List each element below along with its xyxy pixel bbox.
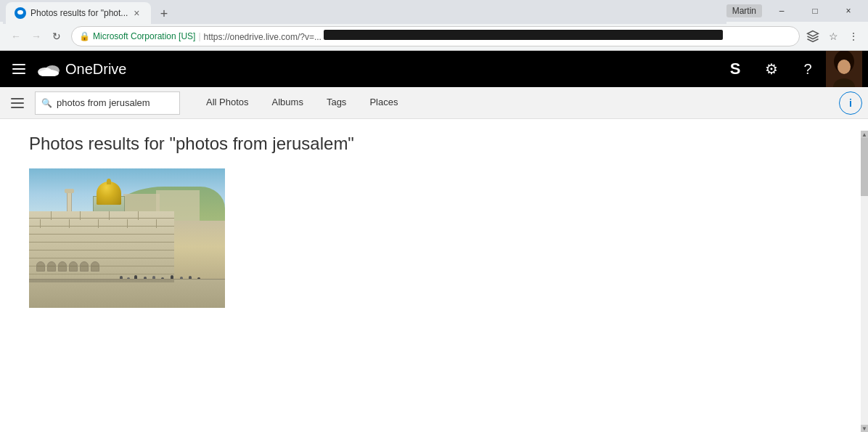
settings-btn[interactable]: ⚙	[753, 51, 790, 87]
tab-all-photos[interactable]: All Photos	[195, 87, 261, 119]
jerusalem-image	[29, 168, 225, 308]
address-bar: ← → ↻ 🔒 Microsoft Corporation [US] | htt…	[0, 22, 868, 51]
tab-albums[interactable]: Albums	[261, 87, 315, 119]
menu-icon[interactable]: ⋮	[845, 28, 862, 45]
address-divider: |	[198, 31, 200, 41]
bookmark-icon[interactable]: ☆	[824, 28, 842, 45]
scrollbar[interactable]: ▲ ▼	[861, 131, 868, 432]
cert-label: Microsoft Corporation [US]	[93, 31, 195, 41]
search-value: photos from jerusalem	[57, 97, 150, 108]
photo-grid	[29, 168, 839, 308]
onedrive-header: OneDrive S ⚙ ?	[0, 51, 868, 87]
results-title: Photos results for "photos from jerusale…	[29, 134, 839, 154]
tab-close-btn[interactable]: ×	[134, 7, 139, 19]
maximize-btn[interactable]: □	[798, 0, 832, 22]
tab-title: Photos results for "phot...	[30, 8, 128, 18]
avatar-image	[826, 51, 862, 87]
scrollbar-thumb[interactable]	[861, 138, 868, 196]
settings-icon: ⚙	[765, 60, 778, 78]
help-icon: ?	[803, 61, 811, 78]
svg-point-8	[838, 60, 851, 74]
translate-icon[interactable]	[804, 28, 822, 45]
photo-thumbnail[interactable]	[29, 168, 225, 308]
skype-btn[interactable]: S	[717, 51, 753, 87]
back-btn[interactable]: ←	[6, 26, 26, 46]
user-avatar[interactable]	[826, 51, 862, 87]
sidebar-toggle-btn[interactable]	[6, 91, 29, 115]
scroll-up-btn[interactable]: ▲	[861, 131, 868, 138]
refresh-btn[interactable]: ↻	[46, 26, 67, 46]
address-icons: ☆ ⋮	[804, 28, 862, 45]
svg-rect-1	[12, 68, 25, 70]
minimize-btn[interactable]: –	[765, 0, 798, 22]
user-label: Martin	[726, 4, 762, 17]
address-input[interactable]: 🔒 Microsoft Corporation [US] | https://o…	[71, 26, 800, 46]
skype-icon: S	[730, 60, 741, 78]
svg-rect-0	[12, 64, 25, 65]
tab-tags[interactable]: Tags	[315, 87, 358, 119]
svg-rect-11	[11, 102, 24, 104]
svg-rect-2	[12, 73, 25, 74]
chrome-title-bar: Photos results for "phot... × + Martin –…	[0, 0, 868, 22]
window-controls: Martin – □ ×	[726, 0, 865, 22]
search-box[interactable]: 🔍 photos from jerusalem	[35, 91, 180, 115]
info-btn[interactable]: i	[839, 91, 862, 115]
new-tab-btn[interactable]: +	[154, 4, 174, 24]
url-text: https://onedrive.live.com/?v=...	[204, 30, 792, 42]
lock-icon: 🔒	[79, 31, 90, 41]
main-content: Photos results for "photos from jerusale…	[0, 119, 868, 406]
tab-favicon	[15, 7, 26, 19]
search-icon: 🔍	[41, 98, 52, 108]
forward-btn[interactable]: →	[26, 26, 46, 46]
svg-rect-10	[11, 98, 24, 99]
tab-places[interactable]: Places	[358, 87, 409, 119]
close-btn[interactable]: ×	[832, 0, 865, 22]
svg-rect-12	[11, 107, 24, 108]
app-menu-btn[interactable]	[6, 56, 32, 82]
url-masked	[324, 30, 723, 40]
scroll-down-btn[interactable]: ▼	[861, 425, 868, 432]
onedrive-subnav: 🔍 photos from jerusalem All Photos Album…	[0, 87, 868, 119]
onedrive-logo: OneDrive	[38, 61, 717, 78]
browser-tab-active[interactable]: Photos results for "phot... ×	[6, 2, 151, 24]
app-name: OneDrive	[65, 61, 126, 78]
info-icon: i	[849, 97, 852, 109]
header-icons: S ⚙ ?	[717, 51, 862, 87]
help-btn[interactable]: ?	[790, 51, 826, 87]
photo-nav-tabs: All Photos Albums Tags Places	[195, 87, 409, 119]
